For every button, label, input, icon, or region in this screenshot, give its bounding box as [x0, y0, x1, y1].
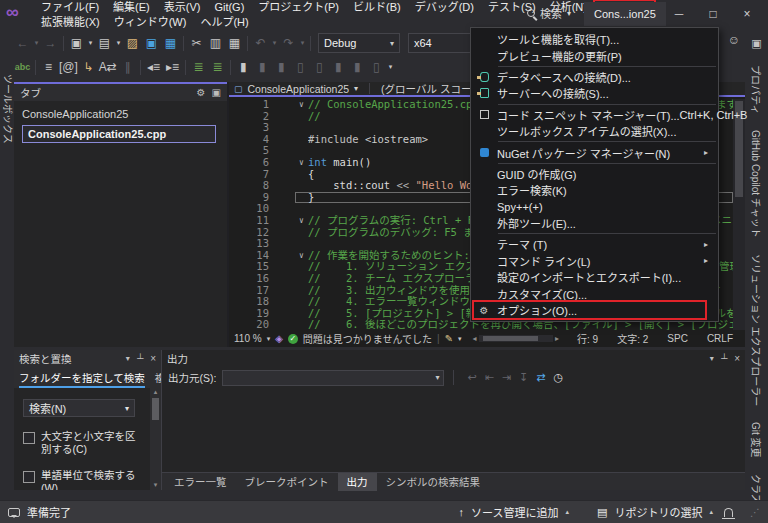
menubar-item[interactable]: ファイル(F) [34, 0, 106, 15]
menubar-item[interactable]: ビルド(B) [346, 0, 408, 15]
popout-icon[interactable]: ▣ [751, 37, 761, 50]
menu-item-theme[interactable]: テーマ (T)▸ [471, 236, 718, 252]
document-tab-selected[interactable]: ConsoleApplication25.cpp [22, 125, 216, 143]
new-project-dropdown[interactable]: ▾ [86, 33, 95, 54]
fold-collapse-icon[interactable]: ∨ [295, 99, 308, 111]
side-tab[interactable]: ソリューション エクスプローラー [749, 254, 764, 406]
prev-bookmark-doc-icon[interactable]: ▮ [329, 57, 348, 78]
column-select-icon[interactable]: ∥ [118, 57, 137, 78]
save-icon[interactable]: ▣ [142, 33, 161, 54]
menu-item-get-tools[interactable]: ツールと機能を取得(T)... [471, 31, 718, 47]
tab-find-in-files[interactable]: フォルダーを指定して検索 [19, 370, 145, 388]
scroll-right-icon[interactable]: ▸ [555, 334, 559, 343]
output-source-dropdown[interactable]: ▾ [222, 370, 444, 386]
scroll-up-icon[interactable]: ▴ [150, 388, 161, 396]
menu-item-options[interactable]: ⚙オプション(O)... [471, 302, 718, 318]
resize-grip[interactable]: ⋰ [750, 507, 760, 518]
prev-bookmark-icon[interactable]: ▮ [253, 57, 272, 78]
menu-item-connect-database[interactable]: データベースへの接続(D)... [471, 69, 718, 85]
scrollbar-thumb[interactable] [483, 336, 538, 341]
next-message-icon[interactable]: ⇥ [502, 371, 511, 384]
indent-increase-icon[interactable]: ▸≡ [163, 57, 182, 78]
nav-back-icon[interactable]: ← [13, 33, 32, 54]
notifications-bell-icon[interactable] [724, 508, 733, 517]
pin-icon[interactable]: ┬ [137, 354, 143, 364]
editor-horizontal-scrollbar[interactable]: ◂ ▸ [473, 334, 560, 343]
checkbox[interactable] [23, 432, 35, 444]
bottom-panel-tab[interactable]: 出力 [338, 473, 377, 491]
menu-item-choose-toolbox-items[interactable]: ツールボックス アイテムの選択(X)... [471, 123, 718, 139]
menu-item-command-line[interactable]: コマンド ライン(L)▸ [471, 253, 718, 269]
menubar-item[interactable]: ヘルプ(H) [193, 15, 255, 30]
toggle-bookmark-icon[interactable]: ▮ [234, 57, 253, 78]
solution-configuration-dropdown[interactable]: Debug ▾ [318, 33, 400, 53]
paste-icon[interactable]: ▦ [225, 33, 244, 54]
uncomment-icon[interactable]: ≣ [208, 57, 227, 78]
bottom-panel-tab[interactable]: ブレークポイント [236, 473, 338, 491]
project-dropdown[interactable]: ConsoleApplication25 [248, 83, 350, 95]
menubar-item[interactable]: プロジェクト(P) [251, 0, 346, 15]
menu-item-preview-features[interactable]: プレビュー機能の更新(P) [471, 47, 718, 63]
popout-icon[interactable]: ▣ [212, 87, 221, 98]
open-file-icon[interactable]: ▨ [123, 33, 142, 54]
menu-item-connect-server[interactable]: サーバーへの接続(S)... [471, 85, 718, 101]
menu-item-import-export-settings[interactable]: 設定のインポートとエクスポート(I)... [471, 269, 718, 285]
menu-item-customize[interactable]: カスタマイズ(C)... [471, 285, 718, 301]
chevron-down-icon[interactable]: ▾ [126, 354, 130, 363]
select-repository-button[interactable]: リポジトリの選択 [614, 504, 702, 520]
minimize-button[interactable]: ─ [662, 0, 696, 27]
indent-decrease-icon[interactable]: ◂≡ [144, 57, 163, 78]
comment-icon[interactable]: ≣ [189, 57, 208, 78]
toolbar-overflow-dropdown[interactable]: ▾ [386, 57, 395, 78]
wrap-output-icon[interactable]: ↩ [467, 371, 476, 384]
zoom-level-dropdown[interactable]: 110 % [234, 333, 262, 344]
nav-forward-icon[interactable]: → [41, 33, 60, 54]
close-icon[interactable]: × [734, 353, 740, 364]
menu-item-error-lookup[interactable]: エラー検索(K) [471, 182, 718, 198]
find-panel-scrollbar[interactable]: ▴ ▾ [150, 388, 161, 490]
menu-item-nuget-package-manager[interactable]: NuGet パッケージ マネージャー(N)▸ [471, 144, 718, 160]
pin-icon[interactable]: ┬ [721, 354, 727, 364]
menubar-item[interactable]: 拡張機能(X) [34, 15, 107, 30]
maximize-button[interactable]: □ [696, 0, 730, 27]
nav-back-dropdown[interactable]: ▾ [32, 33, 41, 54]
prev-bookmark-folder-icon[interactable]: ▯ [291, 57, 310, 78]
clear-output-icon[interactable]: ↧ [519, 371, 528, 384]
clear-bookmarks-icon[interactable]: ▯ [367, 57, 386, 78]
fold-collapse-icon[interactable]: ∨ [295, 250, 308, 262]
redo-icon[interactable]: ↷ [279, 33, 298, 54]
menubar-item[interactable]: 表示(V) [157, 0, 208, 15]
quick-search[interactable]: 検索 ▾ [527, 5, 571, 21]
add-to-source-control-button[interactable]: ソース管理に追加 [471, 504, 558, 520]
scroll-left-icon[interactable]: ◂ [473, 334, 477, 343]
menu-item-external-tools[interactable]: 外部ツール(E)... [471, 215, 718, 231]
next-bookmark-doc-icon[interactable]: ▮ [348, 57, 367, 78]
checkbox[interactable] [23, 471, 35, 483]
undo-icon[interactable]: ↶ [251, 33, 270, 54]
menubar-item[interactable]: 編集(E) [106, 0, 157, 15]
fold-collapse-icon[interactable]: ∨ [295, 157, 308, 169]
undo-dropdown[interactable]: ▾ [270, 33, 279, 54]
next-bookmark-folder-icon[interactable]: ▯ [310, 57, 329, 78]
copy-icon[interactable]: ▥ [206, 33, 225, 54]
gear-icon[interactable]: ⚙ [197, 87, 206, 98]
interpolation-icon[interactable]: [@] [58, 57, 79, 78]
scrollbar-thumb[interactable] [152, 398, 159, 420]
save-all-icon[interactable]: ▦ [161, 33, 180, 54]
menu-item-spy-plus-plus[interactable]: Spy++(+) [471, 199, 718, 215]
account-icon[interactable]: ☺ [728, 33, 740, 47]
prev-message-icon[interactable]: ⇤ [485, 371, 494, 384]
accessibility-icon[interactable]: ◈ [275, 333, 283, 344]
pen-icon[interactable]: ✎ [445, 333, 453, 344]
chevron-down-icon[interactable]: ▾ [710, 354, 714, 363]
line-display-icon[interactable]: ≡ [39, 57, 58, 78]
side-tab[interactable]: GitHub Copilot チャット [749, 130, 764, 238]
next-bookmark-icon[interactable]: ▮ [272, 57, 291, 78]
find-what-dropdown[interactable]: 検索(N) ▾ [23, 399, 135, 417]
change-case-icon[interactable]: A⇄ [98, 57, 118, 78]
menubar-item[interactable]: デバッグ(D) [408, 0, 481, 15]
bottom-panel-tab[interactable]: エラー一覧 [165, 473, 236, 491]
scroll-down-icon[interactable]: ▾ [150, 481, 161, 489]
menubar-item[interactable]: ウィンドウ(W) [107, 15, 194, 30]
redo-dropdown[interactable]: ▾ [298, 33, 307, 54]
